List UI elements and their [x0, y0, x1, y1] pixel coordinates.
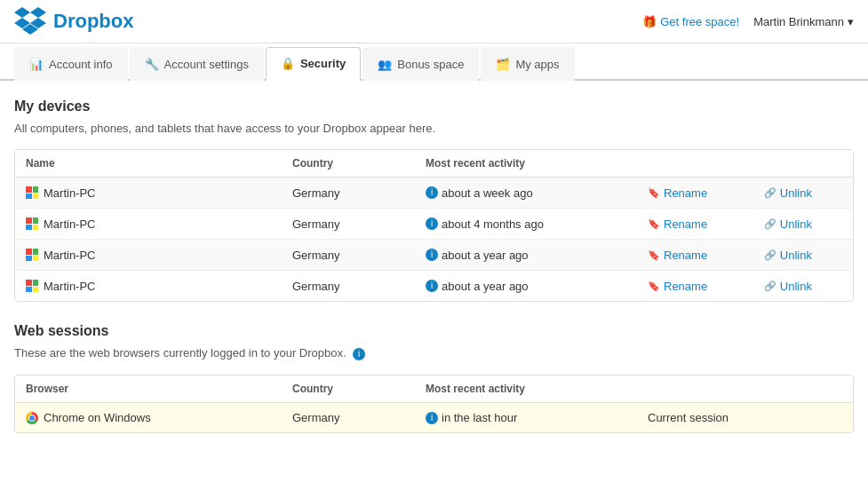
devices-table-header-row: Name Country Most recent activity	[15, 150, 853, 178]
sessions-col-country: Country	[282, 375, 415, 403]
activity-info-icon: i	[426, 280, 438, 292]
svg-marker-0	[14, 7, 30, 18]
unlink-link[interactable]: 🔗 Unlink	[764, 280, 812, 293]
windows-icon	[26, 217, 38, 230]
table-row: Chrome on Windows Germany i in the last …	[15, 403, 853, 433]
device-country-cell: Germany	[282, 240, 415, 271]
rename-label: Rename	[664, 186, 707, 200]
table-row: Martin-PC Germany i about 4 months ago 🔖…	[15, 209, 853, 240]
sessions-info-icon: i	[353, 346, 365, 360]
unlink-label: Unlink	[780, 280, 812, 293]
chevron-down-icon: ▾	[848, 15, 854, 28]
session-country-cell: Germany	[282, 403, 415, 433]
device-rename-cell[interactable]: 🔖 Rename	[637, 178, 753, 209]
unlink-icon: 🔗	[764, 281, 776, 292]
rename-icon: 🔖	[648, 218, 660, 230]
devices-col-actions1	[637, 150, 753, 178]
chrome-icon	[26, 412, 38, 424]
device-name-cell: Martin-PC	[15, 178, 282, 209]
sessions-col-browser: Browser	[15, 375, 282, 403]
app-title: Dropbox	[53, 10, 133, 33]
session-browser-cell: Chrome on Windows	[15, 403, 282, 433]
rename-label: Rename	[664, 280, 707, 293]
device-activity-cell: i about a week ago	[415, 178, 637, 209]
unlink-link[interactable]: 🔗 Unlink	[764, 249, 812, 262]
device-rename-cell[interactable]: 🔖 Rename	[637, 209, 753, 240]
dropbox-logo-icon	[14, 7, 46, 36]
tab-security[interactable]: 🔒 Security	[266, 47, 361, 81]
device-unlink-cell[interactable]: 🔗 Unlink	[753, 178, 853, 209]
rename-link[interactable]: 🔖 Rename	[648, 280, 707, 293]
device-unlink-cell[interactable]: 🔗 Unlink	[753, 240, 853, 271]
unlink-icon: 🔗	[764, 218, 776, 230]
device-unlink-cell[interactable]: 🔗 Unlink	[753, 209, 853, 240]
table-row: Martin-PC Germany i about a year ago 🔖 R…	[15, 271, 853, 302]
people-icon: 👥	[378, 58, 392, 71]
lock-icon: 🔒	[281, 57, 295, 70]
table-row: Martin-PC Germany i about a year ago 🔖 R…	[15, 240, 853, 271]
tab-bonus-space[interactable]: 👥 Bonus space	[362, 47, 479, 81]
device-name: Martin-PC	[44, 249, 96, 262]
device-activity: about a year ago	[442, 280, 529, 293]
sessions-table-container: Browser Country Most recent activity Chr…	[14, 375, 854, 433]
tabs-bar: 📊 Account info 🔧 Account settings 🔒 Secu…	[0, 47, 868, 81]
sessions-col-activity: Most recent activity	[415, 375, 637, 403]
user-menu[interactable]: Martin Brinkmann ▾	[753, 15, 854, 28]
rename-icon: 🔖	[648, 281, 660, 292]
tab-my-apps[interactable]: 🗂️ My apps	[481, 47, 574, 81]
sessions-section-desc: These are the web browsers currently log…	[14, 346, 854, 360]
rename-label: Rename	[664, 249, 707, 262]
unlink-label: Unlink	[780, 186, 812, 200]
device-unlink-cell[interactable]: 🔗 Unlink	[753, 271, 853, 302]
device-name-cell: Martin-PC	[15, 240, 282, 271]
device-activity: about 4 months ago	[442, 217, 544, 231]
sessions-table: Browser Country Most recent activity Chr…	[15, 375, 853, 432]
unlink-icon: 🔗	[764, 249, 776, 261]
unlink-label: Unlink	[780, 249, 812, 262]
device-name: Martin-PC	[44, 217, 96, 231]
get-free-space-label: Get free space!	[660, 15, 739, 28]
tab-bonus-space-label: Bonus space	[397, 58, 464, 71]
device-rename-cell[interactable]: 🔖 Rename	[637, 240, 753, 271]
unlink-icon: 🔗	[764, 187, 776, 199]
tab-account-settings[interactable]: 🔧 Account settings	[130, 47, 264, 81]
main-content: My devices All computers, phones, and ta…	[0, 81, 868, 472]
tab-security-label: Security	[300, 57, 346, 70]
device-activity: about a year ago	[442, 249, 529, 262]
header: Dropbox 🎁 Get free space! Martin Brinkma…	[0, 0, 868, 43]
tab-account-info-label: Account info	[49, 58, 113, 71]
device-activity: about a week ago	[442, 186, 533, 200]
session-activity-cell: i in the last hour	[415, 403, 637, 433]
rename-link[interactable]: 🔖 Rename	[648, 217, 707, 231]
activity-info-icon: i	[426, 249, 438, 261]
devices-table: Name Country Most recent activity Martin…	[15, 150, 853, 301]
session-info-icon: i	[426, 412, 438, 424]
header-right: 🎁 Get free space! Martin Brinkmann ▾	[642, 15, 854, 28]
rename-link[interactable]: 🔖 Rename	[648, 249, 707, 262]
devices-section-title: My devices	[14, 99, 854, 115]
settings-icon: 🔧	[145, 58, 159, 71]
session-status-cell: Current session	[637, 403, 853, 433]
device-activity-cell: i about 4 months ago	[415, 209, 637, 240]
devices-table-container: Name Country Most recent activity Martin…	[14, 149, 854, 302]
device-name-cell: Martin-PC	[15, 271, 282, 302]
activity-info-icon: i	[426, 186, 438, 199]
tab-account-info[interactable]: 📊 Account info	[14, 47, 128, 81]
windows-icon	[26, 186, 38, 199]
devices-section-desc: All computers, phones, and tablets that …	[14, 122, 854, 135]
tab-account-settings-label: Account settings	[164, 58, 249, 71]
session-browser: Chrome on Windows	[44, 411, 151, 424]
device-name-cell: Martin-PC	[15, 209, 282, 240]
rename-link[interactable]: 🔖 Rename	[648, 186, 707, 200]
sessions-section-title: Web sessions	[14, 323, 854, 339]
unlink-label: Unlink	[780, 217, 812, 231]
get-free-space-link[interactable]: 🎁 Get free space!	[642, 15, 739, 28]
table-row: Martin-PC Germany i about a week ago 🔖 R…	[15, 178, 853, 209]
unlink-link[interactable]: 🔗 Unlink	[764, 186, 812, 200]
windows-icon	[26, 249, 38, 261]
device-rename-cell[interactable]: 🔖 Rename	[637, 271, 753, 302]
unlink-link[interactable]: 🔗 Unlink	[764, 217, 812, 231]
apps-icon: 🗂️	[496, 58, 510, 71]
account-info-icon: 📊	[29, 58, 44, 71]
tab-my-apps-label: My apps	[515, 58, 559, 71]
